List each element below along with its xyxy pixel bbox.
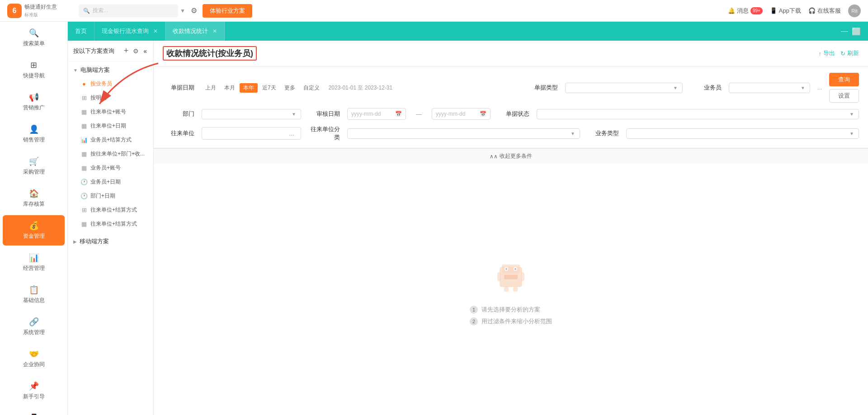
tab-bank-flow[interactable]: 现金银行流水查询 ✕ [94, 22, 165, 41]
dept-date-icon: 🕐 [80, 193, 88, 199]
scheme-item-by-partner-dept[interactable]: ▦ 按往来单位+部门+收... [68, 147, 153, 161]
tab-minimize-icon[interactable]: — [841, 27, 848, 35]
basic-info-icon: 📋 [29, 285, 39, 295]
svg-rect-6 [504, 275, 518, 279]
messages-button[interactable]: 🔔 消息 99+ [728, 7, 763, 15]
refresh-button[interactable]: ↻ 刷新 [840, 49, 859, 57]
scheme-group-desktop: ▼ 电脑端方案 ● 按业务员 ⊞ 按明细 ▦ 往来单位+账号 [68, 61, 153, 233]
date-tab-prev-month[interactable]: 上月 [202, 83, 220, 93]
tab-collection-stat[interactable]: 收款情况统计 ✕ [165, 22, 225, 41]
tab-home[interactable]: 首页 [68, 22, 94, 41]
biz-type-chevron-icon: ▼ [849, 131, 854, 136]
date-tab-custom[interactable]: 自定义 [300, 83, 323, 93]
add-scheme-btn[interactable]: + [123, 45, 130, 57]
date-tab-curr-month[interactable]: 本月 [221, 83, 239, 93]
scheme-item-partner-account[interactable]: ▦ 往来单位+账号 [68, 105, 153, 119]
trial-button[interactable]: 体验行业方案 [203, 4, 252, 18]
smart-hw-icon: 📱 [29, 413, 39, 415]
collapse-panel-btn[interactable]: « [142, 47, 148, 56]
partner-more-btn[interactable]: ... [289, 130, 294, 137]
salesperson-more-btn[interactable]: ... [817, 85, 822, 91]
sidebar-item-label-guide: 新手引导 [23, 393, 45, 401]
sidebar-item-label-purchase: 采购管理 [23, 168, 45, 176]
scheme-item-salesperson-account[interactable]: ▦ 业务员+账号 [68, 161, 153, 175]
sp-account-icon: ▦ [80, 165, 88, 171]
scheme-item-by-salesperson[interactable]: ● 按业务员 [68, 77, 153, 91]
app-download-button[interactable]: 📱 App下载 [770, 7, 801, 15]
dept-chevron-icon: ▼ [292, 112, 296, 117]
audit-date-to[interactable]: yyyy-mm-dd 📅 [432, 108, 491, 120]
audit-date-label: 审核日期 [308, 110, 340, 118]
left-panel-header: 按以下方案查询 + ⚙ « [68, 41, 153, 61]
salesperson-select[interactable]: ▼ [729, 83, 810, 93]
tab-bar: 首页 现金银行流水查询 ✕ 收款情况统计 ✕ — ⬜ [68, 22, 868, 41]
user-avatar[interactable]: Rit [848, 5, 861, 17]
doc-status-select[interactable]: ▼ [537, 109, 859, 119]
tab-maximize-icon[interactable]: ⬜ [852, 27, 861, 36]
hint-number-2: 2 [470, 317, 478, 325]
partner-type-chevron-icon: ▼ [571, 131, 575, 136]
scheme-group-desktop-header[interactable]: ▼ 电脑端方案 [68, 63, 153, 77]
settings-scheme-btn[interactable]: ⚙ [132, 47, 140, 56]
action-buttons: 查询 设置 [829, 73, 859, 103]
sidebar-item-sales[interactable]: 👤 销售管理 [3, 119, 65, 149]
doc-type-select[interactable]: ▼ [565, 83, 683, 93]
biz-type-select[interactable]: ▼ [626, 128, 859, 139]
header-search[interactable]: 🔍 搜索... [79, 5, 178, 17]
scheme-item-partner-date[interactable]: ▦ 往来单位+日期 [68, 119, 153, 133]
sidebar-item-basic-info[interactable]: 📋 基础信息 [3, 279, 65, 310]
sidebar-item-search-menu[interactable]: 🔍 搜索菜单 [3, 23, 65, 53]
partner-type-select[interactable]: ▼ [347, 128, 580, 139]
date-tab-curr-year[interactable]: 本年 [240, 83, 258, 93]
gear-icon[interactable]: ⚙ [191, 6, 197, 15]
scheme-item-label-ps2: 往来单位+结算方式 [90, 220, 137, 228]
query-button[interactable]: 查询 [829, 73, 859, 86]
partner-label: 往来单位 [163, 129, 194, 137]
date-tab-more[interactable]: 更多 [281, 83, 299, 93]
sidebar-item-guide[interactable]: 📌 新手引导 [3, 376, 65, 406]
scheme-item-label-sp-account: 业务员+账号 [90, 164, 121, 172]
audit-date-from[interactable]: yyyy-mm-dd 📅 [347, 108, 406, 120]
svg-point-5 [514, 268, 516, 270]
sidebar-item-smart-hw[interactable]: 📱 智能硬件 [3, 408, 65, 415]
search-menu-icon: 🔍 [29, 28, 39, 38]
app-download-label: App下载 [779, 7, 801, 15]
marketing-icon: 📢 [29, 92, 39, 102]
logo-icon: 6 [7, 4, 22, 18]
sidebar-item-operation[interactable]: 📊 经营管理 [3, 247, 65, 278]
title-actions: ↑ 导出 ↻ 刷新 [819, 49, 859, 57]
set-button[interactable]: 设置 [829, 89, 859, 103]
salesperson-chevron-icon: ▼ [801, 85, 805, 90]
operation-icon: 📊 [29, 253, 39, 263]
empty-hint-2: 2 用过滤条件来缩小分析范围 [470, 317, 552, 325]
date-tab-last7days[interactable]: 近7天 [259, 83, 280, 93]
sidebar-item-purchase[interactable]: 🛒 采购管理 [3, 151, 65, 181]
sidebar-item-label-quicknav: 快捷导航 [23, 72, 45, 80]
home-tab-label: 首页 [75, 27, 87, 35]
sidebar-item-system[interactable]: 🔗 系统管理 [3, 311, 65, 342]
header-chevron-icon[interactable]: ▼ [180, 8, 185, 14]
dept-select[interactable]: ▼ [202, 109, 301, 119]
sidebar-item-inventory[interactable]: 🏠 库存核算 [3, 183, 65, 213]
ps1-icon: ⊞ [80, 207, 88, 213]
scheme-item-partner-settlement1[interactable]: ⊞ 往来单位+结算方式 [68, 203, 153, 217]
scheme-item-partner-settlement2[interactable]: ▦ 往来单位+结算方式 [68, 217, 153, 231]
scheme-item-salesperson-date[interactable]: 🕐 业务员+日期 [68, 175, 153, 189]
online-service-button[interactable]: 🎧 在线客服 [808, 7, 841, 15]
bank-flow-tab-close[interactable]: ✕ [153, 28, 158, 34]
sidebar-item-enterprise[interactable]: 🤝 企业协同 [3, 344, 65, 374]
scheme-item-salesperson-settlement[interactable]: 📊 业务员+结算方式 [68, 133, 153, 147]
sidebar-item-label-operation: 经营管理 [23, 264, 45, 272]
scheme-item-by-details[interactable]: ⊞ 按明细 [68, 91, 153, 105]
scheme-item-dept-date[interactable]: 🕐 部门+日期 [68, 189, 153, 203]
sidebar-item-finance[interactable]: 💰 资金管理 [3, 215, 65, 245]
sidebar-item-marketing[interactable]: 📢 营销推广 [3, 87, 65, 117]
collection-stat-tab-close[interactable]: ✕ [212, 28, 217, 34]
export-button[interactable]: ↑ 导出 [819, 49, 835, 57]
sidebar-item-quick-nav[interactable]: ⊞ 快捷导航 [3, 55, 65, 85]
svg-rect-7 [497, 272, 501, 281]
partner-select[interactable]: ... [202, 127, 301, 140]
scheme-group-mobile-header[interactable]: ▶ 移动端方案 [68, 235, 153, 248]
headset-icon: 🎧 [808, 7, 816, 14]
collapse-bar[interactable]: ∧∧ 收起更多条件 [154, 148, 868, 164]
